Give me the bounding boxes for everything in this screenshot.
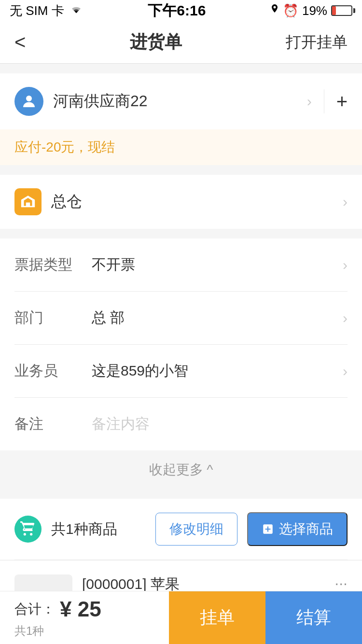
department-label: 部门: [14, 308, 92, 328]
supplier-chevron-icon: ›: [307, 93, 312, 110]
department-chevron-icon: ›: [343, 310, 348, 326]
location-icon: [270, 3, 279, 18]
select-product-label: 选择商品: [279, 520, 333, 538]
collapse-text: 收起更多 ^: [149, 461, 213, 479]
remark-label: 备注: [14, 414, 92, 434]
payment-hint: 应付-20元，现结: [0, 129, 362, 165]
status-time: 下午6:16: [148, 1, 206, 21]
cart-icon: [20, 521, 36, 537]
supplier-name: 河南供应商22: [53, 91, 307, 112]
select-product-button[interactable]: 选择商品: [247, 512, 348, 546]
hold-button[interactable]: 挂单: [169, 591, 265, 644]
form-section: 票据类型 不开票 › 部门 总 部 › 业务员 这是859的小智 › 备注 备注…: [0, 238, 362, 450]
total-count: 共1种: [14, 623, 154, 639]
warehouse-name: 总仓: [51, 191, 343, 212]
salesperson-value: 这是859的小智: [92, 361, 343, 381]
collapse-bar[interactable]: 收起更多 ^: [0, 450, 362, 489]
invoice-chevron-icon: ›: [343, 257, 348, 273]
salesperson-row[interactable]: 业务员 这是859的小智 ›: [0, 345, 362, 397]
status-bar: 无 SIM 卡 下午6:16 ⏰ 19%: [0, 0, 362, 21]
remark-placeholder: 备注内容: [92, 414, 348, 434]
nav-bar: < 进货单 打开挂单: [0, 21, 362, 64]
status-right: ⏰ 19%: [270, 3, 352, 18]
product-count-text: 共1种商品: [51, 519, 146, 539]
product-title: 苹果: [151, 576, 180, 592]
battery-icon-container: [331, 3, 352, 18]
wifi-icon: [69, 3, 84, 18]
status-left: 无 SIM 卡: [10, 2, 84, 19]
product-divider: [14, 560, 348, 560]
warehouse-icon: [20, 194, 36, 210]
department-row[interactable]: 部门 总 部 ›: [0, 292, 362, 344]
warehouse-row[interactable]: 总仓 ›: [0, 175, 362, 229]
supplier-row[interactable]: 河南供应商22 › +: [0, 73, 362, 129]
divider-top: [0, 64, 362, 73]
supplier-section: 河南供应商22 › + 应付-20元，现结: [0, 73, 362, 165]
product-more-button[interactable]: ···: [334, 574, 348, 592]
open-hold-button[interactable]: 打开挂单: [286, 32, 348, 53]
product-code: [0000001]: [82, 576, 151, 592]
person-icon: [20, 93, 38, 110]
carrier-text: 无 SIM 卡: [10, 2, 64, 19]
svg-point-0: [26, 96, 32, 101]
divider-3: [0, 489, 362, 499]
modify-detail-button[interactable]: 修改明细: [155, 513, 237, 546]
department-value: 总 部: [92, 308, 343, 328]
invoice-type-label: 票据类型: [14, 255, 92, 275]
supplier-avatar: [14, 87, 43, 116]
add-supplier-button[interactable]: +: [336, 91, 348, 112]
total-amount: ¥ 25: [60, 597, 101, 621]
warehouse-chevron-icon: ›: [343, 194, 348, 210]
salesperson-chevron-icon: ›: [343, 363, 348, 379]
product-header: 共1种商品 修改明细 选择商品: [0, 499, 362, 560]
page-title: 进货单: [130, 30, 182, 54]
back-button[interactable]: <: [14, 31, 26, 53]
product-header-section: 共1种商品 修改明细 选择商品: [0, 499, 362, 560]
warehouse-section: 总仓 ›: [0, 175, 362, 229]
bottom-bar: 合计： ¥ 25 共1种 挂单 结算: [0, 591, 362, 644]
warehouse-icon-container: [14, 188, 42, 215]
total-label: 合计：: [14, 600, 55, 618]
battery-text: 19%: [302, 3, 327, 18]
salesperson-label: 业务员: [14, 361, 92, 381]
invoice-type-row[interactable]: 票据类型 不开票 ›: [0, 238, 362, 291]
settle-button[interactable]: 结算: [265, 591, 362, 644]
remark-row[interactable]: 备注 备注内容: [0, 398, 362, 450]
invoice-type-value: 不开票: [92, 255, 343, 275]
select-product-icon: [262, 523, 274, 535]
alarm-icon: ⏰: [283, 3, 298, 18]
divider-2: [0, 229, 362, 238]
vertical-divider: [324, 89, 324, 113]
product-count-icon-container: [14, 516, 42, 543]
total-section: 合计： ¥ 25 共1种: [0, 591, 169, 644]
total-row: 合计： ¥ 25: [14, 597, 154, 621]
divider-1: [0, 165, 362, 175]
